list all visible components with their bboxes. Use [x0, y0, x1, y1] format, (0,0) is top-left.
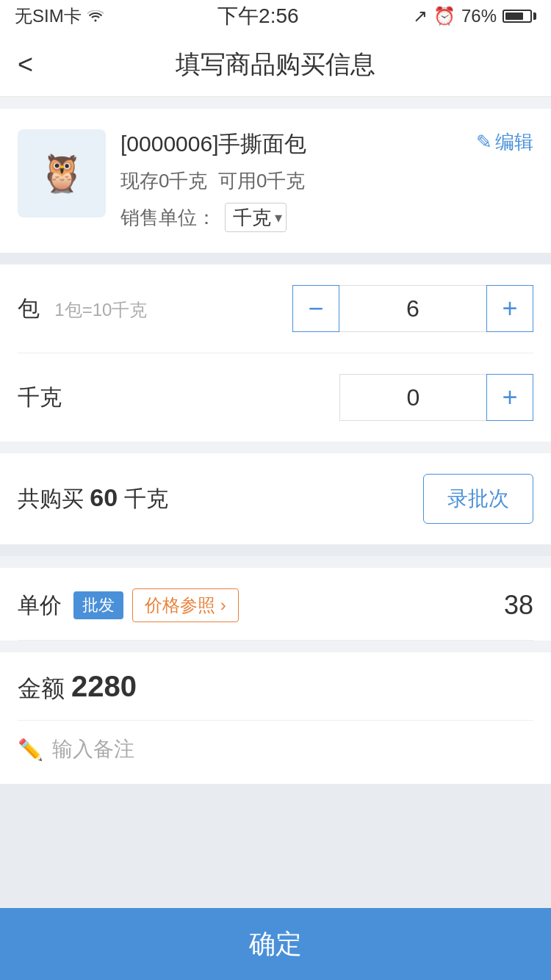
wifi-icon — [87, 6, 104, 26]
total-text: 共购买 60 千克 — [18, 483, 168, 514]
price-row: 单价 批发 价格参照 › 38 — [18, 588, 533, 641]
price-label: 单价 — [18, 591, 62, 621]
total-prefix: 共购买 — [18, 486, 84, 511]
bag-input-row: 包 1包=10千克 − + — [18, 264, 533, 353]
product-name-row: [0000006]手撕面包 ✎ 编辑 — [120, 129, 533, 159]
bag-hint: 1包=10千克 — [54, 300, 147, 320]
kg-quantity-control: + — [339, 374, 533, 421]
amount-row: 金额 2280 — [18, 670, 533, 720]
record-batch-button[interactable]: 录批次 — [423, 474, 533, 524]
price-section: 单价 批发 价格参照 › 38 — [0, 568, 551, 641]
edit-button[interactable]: ✎ 编辑 — [476, 129, 533, 155]
product-info: [0000006]手撕面包 ✎ 编辑 现存0千克 可用0千克 销售单位： 千克 — [120, 129, 533, 232]
product-stock: 现存0千克 可用0千克 — [120, 168, 533, 194]
amount-section: 金额 2280 ✏️ 输入备注 — [0, 652, 551, 784]
note-pencil-icon: ✏️ — [18, 738, 43, 762]
product-unit-row: 销售单位： 千克 — [120, 203, 533, 232]
note-placeholder: 输入备注 — [52, 735, 134, 763]
product-card: 🦉 [0000006]手撕面包 ✎ 编辑 现存0千克 可用0千克 销售单位： 千… — [0, 109, 551, 253]
kg-increment-button[interactable]: + — [486, 374, 533, 421]
location-icon: ↗ — [413, 6, 428, 26]
back-button[interactable]: < — [18, 49, 33, 80]
price-type-tag: 批发 — [73, 591, 123, 619]
alarm-icon: ⏰ — [433, 6, 455, 26]
battery-icon — [503, 10, 536, 23]
input-section: 包 1包=10千克 − + 千克 + — [0, 264, 551, 442]
unit-label: 销售单位： — [120, 205, 216, 231]
page-header: < 填写商品购买信息 — [0, 32, 551, 97]
amount-label: 金额 — [18, 675, 65, 702]
unit-select[interactable]: 千克 — [225, 203, 287, 232]
kg-input-row: 千克 + — [18, 353, 533, 442]
status-time: 下午2:56 — [217, 2, 299, 30]
section-divider-1 — [0, 253, 551, 264]
unit-select-wrap[interactable]: 千克 — [225, 203, 287, 232]
bag-increment-button[interactable]: + — [486, 285, 533, 332]
page-title: 填写商品购买信息 — [176, 48, 375, 82]
bag-quantity-control: − + — [292, 285, 533, 332]
product-thumbnail-icon: 🦉 — [39, 152, 84, 195]
kg-quantity-input[interactable] — [339, 374, 486, 421]
confirm-button[interactable]: 确定 — [0, 908, 551, 980]
amount-value: 2280 — [71, 670, 137, 702]
section-divider-2 — [0, 544, 551, 556]
total-amount: 60 — [90, 483, 118, 511]
carrier-text: 无SIM卡 — [15, 4, 82, 28]
status-right: ↗ ⏰ 76% — [413, 6, 536, 26]
product-name: [0000006]手撕面包 — [120, 129, 476, 159]
product-image: 🦉 — [18, 129, 106, 217]
status-bar: 无SIM卡 下午2:56 ↗ ⏰ 76% — [0, 0, 551, 32]
edit-label: 编辑 — [495, 129, 533, 155]
note-row[interactable]: ✏️ 输入备注 — [18, 720, 533, 784]
kg-label: 千克 — [18, 383, 339, 413]
bag-label: 包 1包=10千克 — [18, 294, 292, 324]
total-unit: 千克 — [124, 486, 168, 511]
total-section: 共购买 60 千克 录批次 — [0, 453, 551, 544]
price-value: 38 — [504, 590, 533, 621]
edit-icon: ✎ — [476, 131, 492, 154]
bag-quantity-input[interactable] — [339, 285, 486, 332]
battery-percent: 76% — [461, 6, 497, 26]
bag-decrement-button[interactable]: − — [292, 285, 339, 332]
price-reference-button[interactable]: 价格参照 › — [132, 588, 239, 622]
status-left: 无SIM卡 — [15, 4, 104, 28]
